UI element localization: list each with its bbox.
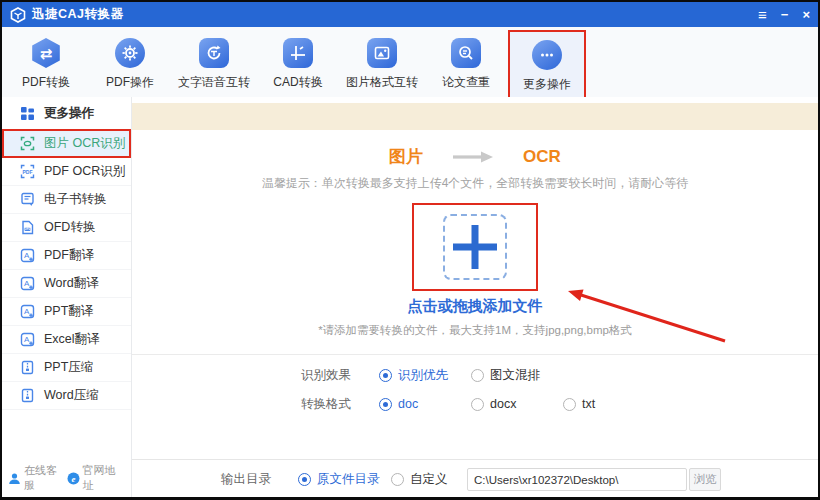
notice-strip (132, 103, 818, 130)
sidebar-item-ppt-translate[interactable]: A PPT翻译 (2, 298, 131, 326)
sidebar-item-label: 图片 OCR识别 (44, 135, 125, 152)
tab-more-actions[interactable]: 更多操作 (508, 30, 586, 101)
radio-icon (298, 473, 311, 486)
grid-icon (20, 106, 35, 121)
sidebar-item-label: Word翻译 (44, 275, 99, 292)
sidebar-item-label: PDF翻译 (44, 247, 94, 264)
svg-text:e: e (71, 473, 75, 483)
add-file-dropzone[interactable] (443, 214, 507, 280)
more-actions-icon (532, 40, 562, 70)
pdf-operations-icon (115, 38, 145, 68)
file-requirements-note: *请添加需要转换的文件，最大支持1M，支持jpg,png,bmp格式 (132, 323, 818, 338)
sidebar-item-more-actions[interactable]: 更多操作 (2, 97, 131, 129)
tab-pdf-operations[interactable]: PDF操作 (88, 27, 172, 91)
sidebar-item-label: PPT翻译 (44, 303, 93, 320)
ebook-convert-icon (20, 192, 35, 207)
add-file-label[interactable]: 点击或拖拽添加文件 (132, 297, 818, 316)
menu-icon[interactable]: ≡ (758, 7, 767, 22)
conversion-title: 图片 OCR (132, 145, 818, 168)
hint-text: 温馨提示：单次转换最多支持上传4个文件，全部转换需要较长时间，请耐心等待 (132, 175, 818, 192)
sidebar-item-label: 更多操作 (44, 105, 94, 122)
tab-pdf-convert[interactable]: ⇄ PDF转换 (4, 27, 88, 91)
cad-convert-icon (283, 38, 313, 68)
svg-text:OFD: OFD (25, 227, 31, 231)
sidebar: 更多操作 图片 OCR识别 PDF PDF OCR识别 电子书转换 (2, 97, 132, 499)
sidebar-footer: 在线客服 e 官网地址 (2, 463, 131, 493)
pdf-convert-icon: ⇄ (31, 38, 61, 68)
dropzone-highlight-box (412, 203, 538, 291)
translate-icon: A (20, 276, 35, 291)
arrow-right-icon (453, 151, 493, 163)
radio-mixed-layout[interactable]: 图文混排 (471, 367, 563, 384)
radio-recognition-priority[interactable]: 识别优先 (379, 367, 471, 384)
app-logo-icon (10, 7, 26, 23)
tab-image-format[interactable]: 图片格式互转 (340, 27, 424, 91)
online-service-link[interactable]: 在线客服 (8, 463, 67, 493)
target-format-label: OCR (523, 147, 561, 167)
browse-button[interactable]: 浏览 (689, 468, 721, 491)
tab-cad-convert[interactable]: CAD转换 (256, 27, 340, 91)
main-panel: 图片 OCR 温馨提示：单次转换最多支持上传4个文件，全部转换需要较长时间，请耐… (132, 97, 818, 499)
sidebar-item-excel-translate[interactable]: A Excel翻译 (2, 326, 131, 354)
radio-source-folder[interactable]: 原文件目录 (298, 471, 391, 488)
svg-text:A: A (24, 335, 30, 344)
titlebar: 迅捷CAJ转换器 ≡ − × (2, 2, 818, 27)
output-path-input[interactable] (467, 468, 687, 491)
output-bar: 输出目录 原文件目录 自定义 浏览 (132, 459, 818, 499)
plus-icon (453, 225, 497, 269)
format-setting-row: 转换格式 doc docx txt (132, 395, 818, 413)
ofd-document-icon: OFD (20, 220, 35, 235)
text-speech-icon (199, 38, 229, 68)
radio-icon (379, 398, 392, 411)
sidebar-item-label: Word压缩 (44, 387, 99, 404)
sidebar-item-ebook-convert[interactable]: 电子书转换 (2, 186, 131, 214)
sidebar-item-label: 电子书转换 (44, 191, 107, 208)
sidebar-item-label: PPT压缩 (44, 359, 93, 376)
compress-icon (20, 360, 35, 375)
radio-custom-folder[interactable]: 自定义 (391, 471, 467, 488)
svg-text:A: A (24, 307, 30, 316)
tab-paper-check[interactable]: 论文查重 (424, 27, 508, 91)
e-globe-icon: e (67, 472, 80, 485)
official-website-link[interactable]: e 官网地址 (67, 463, 126, 493)
sidebar-item-word-translate[interactable]: A Word翻译 (2, 270, 131, 298)
effect-setting-row: 识别效果 识别优先 图文混排 (132, 366, 818, 384)
app-window: 迅捷CAJ转换器 ≡ − × ⇄ PDF转换 PDF操作 文字语音互转 (0, 0, 820, 500)
sidebar-item-pdf-translate[interactable]: A PDF翻译 (2, 242, 131, 270)
compress-icon (20, 388, 35, 403)
translate-icon: A (20, 248, 35, 263)
settings-divider (132, 354, 818, 355)
sidebar-item-ppt-compress[interactable]: PPT压缩 (2, 354, 131, 382)
sidebar-item-ofd-convert[interactable]: OFD OFD转换 (2, 214, 131, 242)
translate-icon: A (20, 332, 35, 347)
customer-service-icon (8, 472, 21, 485)
close-icon[interactable]: × (802, 8, 810, 21)
source-format-label: 图片 (389, 145, 423, 168)
radio-icon (563, 398, 576, 411)
paper-check-icon (451, 38, 481, 68)
sidebar-item-word-compress[interactable]: Word压缩 (2, 382, 131, 410)
sidebar-item-label: PDF OCR识别 (44, 163, 125, 180)
effect-label: 识别效果 (301, 367, 379, 384)
format-label: 转换格式 (301, 396, 379, 413)
minimize-icon[interactable]: − (781, 8, 789, 21)
image-format-icon (367, 38, 397, 68)
radio-docx[interactable]: docx (471, 397, 563, 411)
sidebar-item-image-ocr[interactable]: 图片 OCR识别 (2, 129, 131, 158)
pdf-ocr-scan-icon: PDF (20, 164, 35, 179)
toolbar: ⇄ PDF转换 PDF操作 文字语音互转 CAD转换 图片格式互转 (2, 27, 818, 97)
radio-icon (471, 398, 484, 411)
sidebar-item-label: Excel翻译 (44, 331, 100, 348)
radio-icon (391, 473, 404, 486)
output-dir-label: 输出目录 (221, 471, 298, 488)
tab-text-speech[interactable]: 文字语音互转 (172, 27, 256, 91)
sidebar-item-pdf-ocr[interactable]: PDF PDF OCR识别 (2, 158, 131, 186)
app-title: 迅捷CAJ转换器 (32, 6, 124, 23)
translate-icon: A (20, 304, 35, 319)
svg-text:A: A (24, 251, 30, 260)
radio-icon (379, 369, 392, 382)
radio-txt[interactable]: txt (563, 397, 655, 411)
radio-doc[interactable]: doc (379, 397, 471, 411)
radio-icon (471, 369, 484, 382)
image-ocr-scan-icon (20, 136, 35, 151)
